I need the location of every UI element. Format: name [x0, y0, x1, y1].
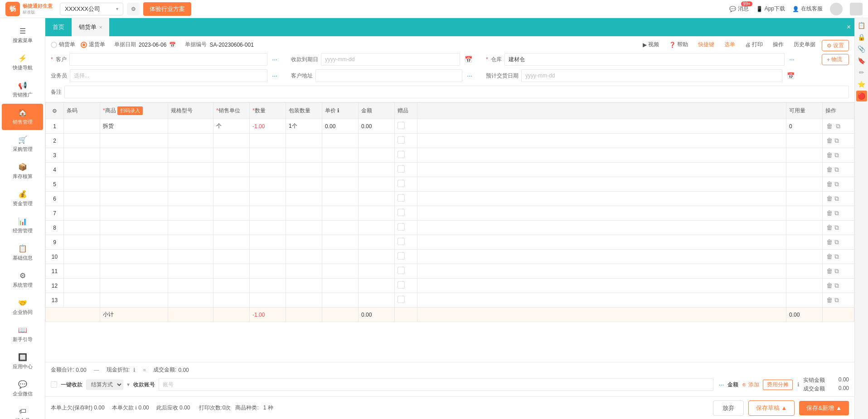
- row-gift[interactable]: [395, 134, 417, 148]
- row-qty[interactable]: [250, 177, 286, 192]
- row-price[interactable]: [322, 264, 359, 279]
- save-new-button[interactable]: 保存&新增 ▲: [799, 401, 849, 415]
- copy-icon[interactable]: ⧉: [834, 238, 839, 246]
- delete-icon[interactable]: 🗑: [826, 209, 833, 217]
- customer-addr-input[interactable]: [315, 69, 462, 82]
- row-price[interactable]: [322, 279, 359, 293]
- radio-return-order[interactable]: 退货单: [81, 41, 105, 48]
- row-qty[interactable]: [250, 206, 286, 221]
- row-amount[interactable]: [359, 206, 395, 221]
- row-unit[interactable]: [213, 235, 250, 250]
- row-price[interactable]: [322, 177, 359, 192]
- gift-checkbox[interactable]: [398, 180, 405, 187]
- sidebar-item-purchase[interactable]: 🛒 采购管理: [2, 131, 43, 157]
- row-gift[interactable]: [395, 250, 417, 264]
- add-button[interactable]: ⊕ 添加: [742, 381, 759, 389]
- row-gift[interactable]: [395, 264, 417, 279]
- history-button[interactable]: 历史单据: [791, 40, 818, 49]
- row-qty[interactable]: [250, 134, 286, 148]
- sidebar-item-marketing[interactable]: 📢 营销推广: [2, 77, 43, 103]
- right-panel-btn-6[interactable]: ⭐: [856, 79, 867, 90]
- copy-icon[interactable]: ⧉: [834, 224, 839, 231]
- copy-icon[interactable]: ⧉: [834, 151, 839, 159]
- tab-home[interactable]: 首页: [45, 18, 72, 36]
- owe-info-icon[interactable]: ℹ: [135, 405, 137, 410]
- print-button[interactable]: 🖨 打印: [742, 40, 766, 49]
- copy-icon[interactable]: ⧉: [834, 137, 839, 144]
- sidebar-item-guide[interactable]: 📖 新手引导: [2, 321, 43, 347]
- row-amount[interactable]: [359, 163, 395, 177]
- sidebar-item-search[interactable]: ☰ 搜索菜单: [2, 22, 43, 48]
- online-service-button[interactable]: 👤 在线客服: [792, 5, 823, 13]
- row-amount[interactable]: [359, 177, 395, 192]
- sidebar-item-basic[interactable]: 📋 基础信息: [2, 240, 43, 266]
- sidebar-item-system[interactable]: ⚙ 系统管理: [2, 267, 43, 293]
- sidebar-item-cooperation[interactable]: 🤝 企业协同: [2, 294, 43, 320]
- warehouse-more-icon[interactable]: ···: [789, 56, 795, 63]
- account-more-icon[interactable]: ···: [719, 381, 724, 388]
- calendar-icon[interactable]: 📅: [169, 42, 176, 48]
- row-unit[interactable]: [213, 192, 250, 206]
- tab-bar-close-icon[interactable]: ×: [847, 23, 851, 31]
- save-draft-button[interactable]: 保存草稿 ▲: [748, 400, 795, 416]
- row-pkg-qty[interactable]: [286, 177, 322, 192]
- row-pkg-qty[interactable]: [286, 163, 322, 177]
- shortcut-button[interactable]: 快捷键: [695, 40, 717, 49]
- settings-button[interactable]: ⚙ 设置: [822, 40, 849, 51]
- row-pkg-qty[interactable]: [286, 148, 322, 163]
- copy-icon[interactable]: ⧉: [834, 195, 839, 202]
- row-spec[interactable]: [168, 250, 213, 264]
- row-amount[interactable]: [359, 235, 395, 250]
- sidebar-item-quick-nav[interactable]: ⚡ 快捷导航: [2, 49, 43, 76]
- barcode-input[interactable]: [67, 123, 97, 130]
- user-menu[interactable]: [850, 3, 863, 15]
- row-barcode[interactable]: [64, 148, 100, 163]
- row-gift[interactable]: [395, 119, 417, 134]
- row-qty[interactable]: [250, 293, 286, 308]
- row-spec[interactable]: [168, 264, 213, 279]
- help-button[interactable]: ❓ 帮助: [666, 40, 691, 49]
- row-amount[interactable]: [359, 134, 395, 148]
- row-price[interactable]: [322, 206, 359, 221]
- copy-icon[interactable]: ⧉: [836, 122, 840, 130]
- row-spec[interactable]: [168, 206, 213, 221]
- operate-button[interactable]: 操作: [770, 40, 786, 49]
- row-unit[interactable]: [213, 293, 250, 308]
- right-panel-btn-1[interactable]: 📋: [856, 20, 867, 31]
- gift-checkbox[interactable]: [398, 267, 405, 274]
- sidebar-item-member[interactable]: 🏷 畅会员: [2, 403, 43, 419]
- logistics-button[interactable]: + 物流: [822, 54, 849, 65]
- delete-icon[interactable]: 🗑: [826, 267, 833, 275]
- row-barcode[interactable]: [64, 119, 100, 134]
- row-product[interactable]: [100, 264, 168, 279]
- row-barcode[interactable]: [64, 134, 100, 148]
- col-settings-icon[interactable]: ⚙: [46, 103, 64, 119]
- row-pkg-qty[interactable]: [286, 279, 322, 293]
- copy-icon[interactable]: ⧉: [834, 282, 839, 289]
- salesperson-more-icon[interactable]: ···: [272, 72, 277, 79]
- sidebar-item-wechat[interactable]: 💬 企业微信: [2, 376, 43, 402]
- row-price[interactable]: [322, 163, 359, 177]
- right-panel-btn-4[interactable]: 🔖: [856, 55, 867, 66]
- row-barcode[interactable]: [64, 293, 100, 308]
- row-unit[interactable]: [213, 250, 250, 264]
- row-unit[interactable]: [213, 163, 250, 177]
- row-barcode[interactable]: [64, 177, 100, 192]
- sidebar-item-capital[interactable]: 💰 资金管理: [2, 185, 43, 212]
- row-product[interactable]: [100, 148, 168, 163]
- row-product[interactable]: [100, 134, 168, 148]
- trial-button[interactable]: 体验行业方案: [143, 2, 191, 16]
- row-spec[interactable]: [168, 119, 213, 134]
- abandon-button[interactable]: 放弃: [713, 400, 744, 416]
- row-barcode[interactable]: [64, 235, 100, 250]
- row-qty[interactable]: [250, 192, 286, 206]
- addr-more-icon[interactable]: ···: [467, 72, 472, 79]
- expected-date-input[interactable]: [521, 69, 782, 82]
- fenyong-info-icon[interactable]: ℹ: [797, 381, 800, 388]
- message-button[interactable]: 💬 消息 99+: [729, 5, 749, 13]
- row-spec[interactable]: [168, 235, 213, 250]
- row-amount[interactable]: [359, 250, 395, 264]
- sidebar-item-appstore[interactable]: 🔲 应用中心: [2, 348, 43, 375]
- row-gift[interactable]: [395, 206, 417, 221]
- row-barcode[interactable]: [64, 264, 100, 279]
